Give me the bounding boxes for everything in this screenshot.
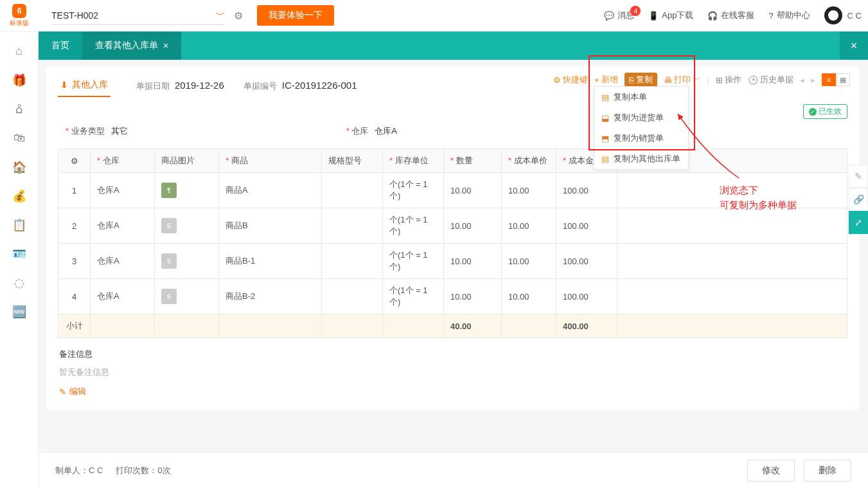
copy-as-sales[interactable]: ⬒复制为销货单	[594, 128, 688, 149]
status-badge: 已生效	[803, 104, 847, 119]
rb-link-icon[interactable]: 🔗	[849, 188, 868, 211]
operations-button[interactable]: ⊞操作	[716, 74, 741, 86]
nav-building-icon[interactable]: 🏠	[0, 152, 39, 181]
row-amount: 100.00	[556, 244, 617, 279]
prev-icon[interactable]: ◂	[800, 75, 804, 85]
shortcut-button[interactable]: ⚙快捷键	[553, 74, 588, 86]
row-avail	[617, 279, 847, 314]
row-unit: 个(1个 = 1个)	[383, 279, 444, 314]
help-label: 帮助中心	[777, 10, 810, 21]
row-amount: 100.00	[556, 208, 617, 244]
tab-view-other-inbound[interactable]: 查看其他入库单 ×	[82, 32, 181, 60]
customer-service[interactable]: 🎧 在线客服	[707, 10, 754, 21]
rb-note-icon[interactable]: ✎	[849, 165, 868, 188]
view-list-icon[interactable]: ≡	[822, 73, 836, 86]
nav-house-icon[interactable]: ⌂̂	[0, 95, 39, 123]
nav-clipboard-icon[interactable]: 📋	[0, 210, 39, 239]
row-image: 6	[155, 208, 219, 244]
table-row[interactable]: 3仓库A6商品B-1个(1个 = 1个)10.0010.00100.00	[58, 244, 847, 279]
col-settings[interactable]: ⚙	[58, 149, 91, 173]
avatar[interactable]	[824, 6, 842, 24]
next-icon[interactable]: ▸	[811, 75, 815, 85]
print-button[interactable]: 🖶打印﹀	[664, 74, 701, 86]
plus-icon: +	[594, 75, 599, 85]
tab-close-icon[interactable]: ×	[163, 41, 168, 51]
copy-this-doc[interactable]: ▤复制本单	[594, 87, 688, 107]
nav-new-icon[interactable]: 🆕	[0, 297, 39, 326]
history-button[interactable]: 🕑历史单据	[748, 74, 793, 86]
creator-info: 制单人：C C	[55, 465, 103, 476]
view-toggle: ≡ ▦	[822, 73, 850, 86]
message-icon: 💬	[604, 11, 614, 21]
subtotal-row: 小计40.00400.00	[58, 314, 847, 338]
row-amount: 100.00	[556, 279, 617, 314]
box-icon: ⬓	[601, 113, 610, 123]
row-ucost: 10.00	[502, 279, 556, 314]
app-download[interactable]: 📱 App下载	[648, 10, 693, 21]
row-warehouse: 仓库A	[91, 279, 155, 314]
new-button[interactable]: +新增	[594, 74, 618, 86]
tab-bar: 首页 查看其他入库单 × ×	[39, 32, 868, 60]
copy-button[interactable]: ⎘复制	[624, 73, 657, 87]
copy-as-purchase[interactable]: ⬓复制为进货单	[594, 107, 688, 128]
col-product: 商品	[219, 149, 322, 173]
warehouse-label: 仓库	[346, 126, 369, 136]
items-table: ⚙ 仓库 商品图片 商品 规格型号 库存单位 数量 成本单价 成本金额 可用量（…	[58, 149, 847, 338]
col-spec: 规格型号	[322, 149, 383, 173]
edit-icon: ✎	[59, 387, 66, 397]
nav-home-icon[interactable]: ⌂	[0, 37, 39, 66]
nav-loading-icon[interactable]: ◌	[0, 268, 39, 297]
row-unit: 个(1个 = 1个)	[383, 208, 444, 244]
remarks-empty: 暂无备注信息	[59, 366, 846, 378]
table-row[interactable]: 4仓库A6商品B-2个(1个 = 1个)10.0010.00100.00	[58, 279, 847, 314]
messages[interactable]: 💬 消息 4	[604, 10, 634, 21]
settings-icon[interactable]: ⚙	[234, 10, 243, 22]
row-ucost: 10.00	[502, 244, 556, 279]
row-warehouse: 仓库A	[91, 244, 155, 279]
delete-button[interactable]: 删除	[804, 460, 851, 482]
copy-dropdown: ▤复制本单 ⬓复制为进货单 ⬒复制为销货单 ▤复制为其他出库单	[594, 86, 689, 170]
biztype-label: 业务类型	[66, 126, 105, 136]
logo: 6 标准版	[0, 4, 39, 28]
document-fields: 单据日期2019-12-26 单据编号IC-20191226-001	[136, 80, 357, 92]
row-qty: 10.00	[444, 279, 502, 314]
copy-as-outbound[interactable]: ▤复制为其他出库单	[594, 149, 688, 169]
tab-home[interactable]: 首页	[39, 32, 82, 60]
table-row[interactable]: 2仓库A6商品B个(1个 = 1个)10.0010.00100.00	[58, 208, 847, 244]
nav-gift-icon[interactable]: 🎁	[0, 66, 39, 95]
left-sidebar: ⌂ 🎁 ⌂̂ 🛍 🏠 💰 📋 🪪 ◌ 🆕	[0, 32, 39, 488]
close-all-tabs[interactable]: ×	[840, 32, 868, 60]
row-ucost: 10.00	[502, 173, 556, 208]
modify-button[interactable]: 修改	[747, 460, 795, 482]
row-qty: 10.00	[444, 244, 502, 279]
view-grid-icon[interactable]: ▦	[836, 73, 850, 86]
headset-icon: 🎧	[707, 11, 718, 21]
row-spec	[322, 208, 383, 244]
document-actions: ⚙快捷键 +新增 ⎘复制 🖶打印﹀ | ⊞操作 🕑历史单据 ◂ ▸ ≡ ▦	[553, 73, 850, 87]
date-label: 单据日期	[136, 81, 170, 91]
subtotal-label: 小计	[58, 314, 91, 338]
org-name: TEST-H002	[51, 10, 98, 21]
row-image: 6	[155, 279, 219, 314]
org-selector[interactable]: TEST-H002 ﹀	[51, 6, 225, 25]
row-qty: 10.00	[444, 173, 502, 208]
row-index: 2	[58, 208, 91, 244]
nav-money-icon[interactable]: 💰	[0, 181, 39, 210]
code-label: 单据编号	[244, 81, 277, 91]
nav-id-icon[interactable]: 🪪	[0, 239, 39, 268]
help-center[interactable]: ? 帮助中心	[768, 10, 810, 21]
document-header: ⬇ 其他入库 单据日期2019-12-26 单据编号IC-20191226-00…	[46, 66, 859, 100]
col-unit: 库存单位	[383, 149, 444, 173]
rb-expand-icon[interactable]: ⤢	[849, 211, 868, 234]
trial-button[interactable]: 我要体验一下	[257, 5, 334, 26]
product-image-icon: 6	[161, 289, 177, 304]
code-value: IC-20191226-001	[282, 80, 357, 91]
document-tab[interactable]: ⬇ 其他入库	[58, 74, 111, 97]
history-icon: 🕑	[748, 75, 758, 85]
nav-bag-icon[interactable]: 🛍	[0, 123, 39, 152]
print-info: 打印次数：0次	[116, 465, 170, 476]
table-row[interactable]: 1仓库A¶商品A个(1个 = 1个)10.0010.00100.00	[58, 173, 847, 208]
row-unit: 个(1个 = 1个)	[383, 173, 444, 208]
edit-remarks-button[interactable]: ✎ 编辑	[59, 386, 846, 397]
messages-badge: 4	[630, 6, 641, 16]
